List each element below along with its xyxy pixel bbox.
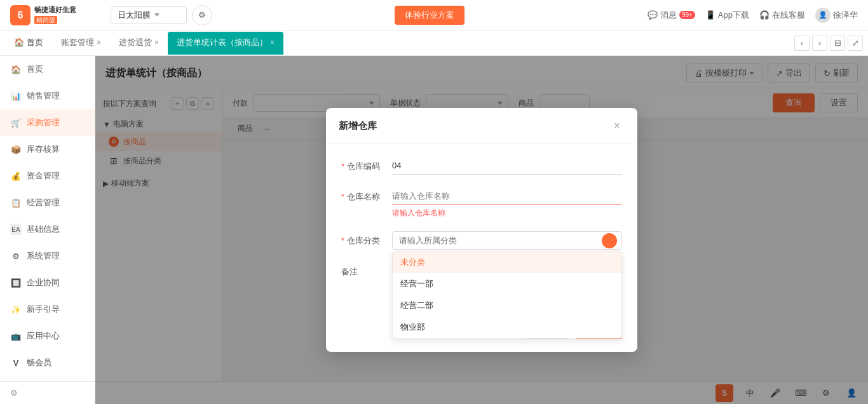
name-input[interactable]: [392, 187, 622, 205]
basic-info-icon: EA: [10, 224, 22, 235]
enterprise-icon: 🔲: [10, 277, 22, 288]
sidebar-item-operation[interactable]: 📋 经营管理: [0, 189, 95, 216]
modal-body: * 仓库编码 * 仓库名称: [326, 144, 637, 310]
sidebar-item-guide[interactable]: ✨ 新手引导: [0, 296, 95, 323]
name-error-msg: 请输入仓库名称: [392, 208, 622, 219]
tab-fullscreen-button[interactable]: ⤢: [848, 36, 863, 51]
modal-close-button[interactable]: ×: [609, 118, 625, 133]
sidebar: 🏠 首页 📊 销售管理 🛒 采购管理 📦 库存核算 💰 资金管理 📋 经营管理 …: [0, 56, 95, 404]
dropdown-item-dept2[interactable]: 经营二部: [393, 295, 621, 316]
tab-bar: 🏠 首页 账套管理 × 进货退货 × 进货单统计表（按商品） × ‹ › ⊟ ⤢: [0, 30, 868, 56]
sidebar-item-finance[interactable]: 💰 资金管理: [0, 163, 95, 189]
sales-icon: 📊: [10, 90, 22, 102]
code-input[interactable]: [392, 157, 622, 175]
dropdown-item-dept1[interactable]: 经营一部: [393, 273, 621, 295]
category-select-wrap: 未分类 经营一部 经营二部 物业部: [392, 231, 622, 250]
tab-menu-button[interactable]: ⊟: [830, 36, 845, 51]
modal-new-warehouse: 新增仓库 × * 仓库编码: [326, 108, 637, 352]
tab-home[interactable]: 🏠 首页: [5, 32, 52, 55]
category-label: * 仓库分类: [341, 231, 392, 246]
name-label: * 仓库名称: [341, 187, 392, 203]
form-row-code: * 仓库编码: [341, 157, 622, 175]
operation-icon: 📋: [10, 197, 22, 208]
sidebar-item-system[interactable]: ⚙ 系统管理: [0, 243, 95, 269]
sidebar-item-purchase[interactable]: 🛒 采购管理: [0, 109, 95, 136]
code-label: * 仓库编码: [341, 157, 392, 172]
tab-accounts[interactable]: 账套管理 ×: [52, 32, 110, 55]
form-row-category: * 仓库分类 未分类 经营一部 经营二部: [341, 231, 622, 250]
membership-icon: V: [10, 357, 22, 368]
content-area: 进货单统计（按商品） 🖨 按模板打印 ↗ 导出 ↻ 刷新: [95, 56, 868, 404]
sidebar-bottom: ⚙: [0, 381, 95, 404]
dropdown-item-uncategorized[interactable]: 未分类: [393, 252, 621, 273]
app-center-icon: 📺: [10, 330, 22, 342]
logo-icon: 6: [10, 5, 31, 25]
phone-icon: 📱: [705, 10, 715, 20]
tab-accounts-close-icon[interactable]: ×: [97, 38, 101, 47]
modal-title: 新增仓库: [339, 120, 377, 132]
guide-icon: ✨: [10, 304, 22, 315]
sidebar-settings-item[interactable]: ⚙: [0, 382, 95, 404]
remark-label: 备注: [341, 262, 392, 278]
form-row-name: * 仓库名称 请输入仓库名称: [341, 187, 622, 219]
store-chevron-icon: [154, 13, 159, 17]
header-right: 💬 消息 99+ 📱 App下载 🎧 在线客服 👤 徐泽华: [648, 8, 858, 23]
headphone-icon: 🎧: [759, 10, 770, 20]
sidebar-item-inventory[interactable]: 📦 库存核算: [0, 136, 95, 163]
sidebar-item-home[interactable]: 🏠 首页: [0, 56, 95, 83]
settings-icon[interactable]: ⚙: [192, 5, 212, 25]
tab-purchase-return-close-icon[interactable]: ×: [154, 38, 159, 47]
tab-next-button[interactable]: ›: [812, 36, 827, 51]
sidebar-item-app-center[interactable]: 📺 应用中心: [0, 323, 95, 349]
inventory-icon: 📦: [10, 144, 22, 155]
tab-prev-button[interactable]: ‹: [794, 36, 810, 51]
tab-controls: ‹ › ⊟ ⤢: [794, 36, 863, 51]
message-icon: 💬: [648, 10, 658, 20]
modal-overlay: 新增仓库 × * 仓库编码: [95, 56, 868, 404]
sidebar-item-enterprise[interactable]: 🔲 企业协同: [0, 269, 95, 296]
main-layout: 🏠 首页 📊 销售管理 🛒 采购管理 📦 库存核算 💰 资金管理 📋 经营管理 …: [0, 56, 868, 404]
modal-header: 新增仓库 ×: [326, 108, 637, 144]
category-dropdown: 未分类 经营一部 经营二部 物业部: [392, 251, 622, 339]
category-arrow-icon[interactable]: [602, 233, 617, 248]
tab-purchase-stats-close-icon[interactable]: ×: [270, 38, 275, 47]
message-icon-group[interactable]: 💬 消息 99+: [648, 10, 695, 21]
name-input-wrap: 请输入仓库名称: [392, 187, 622, 219]
store-selector[interactable]: 日太阳膜: [111, 6, 187, 24]
logo-area: 6 畅捷通好生意 精简版: [10, 5, 105, 25]
app-download-group[interactable]: 📱 App下载: [705, 10, 749, 21]
system-icon: ⚙: [10, 250, 22, 262]
user-area[interactable]: 👤 徐泽华: [815, 8, 858, 23]
tab-purchase-stats[interactable]: 进货单统计表（按商品） ×: [168, 32, 283, 55]
dropdown-item-property[interactable]: 物业部: [393, 316, 621, 338]
category-input[interactable]: [392, 231, 622, 250]
finance-icon: 💰: [10, 170, 22, 182]
avatar: 👤: [815, 8, 831, 23]
logo-text: 畅捷通好生意 精简版: [34, 5, 76, 25]
trial-button[interactable]: 体验行业方案: [395, 6, 465, 25]
tab-purchase-return[interactable]: 进货退货 ×: [110, 32, 168, 55]
online-service-group[interactable]: 🎧 在线客服: [759, 10, 805, 21]
home-icon: 🏠: [14, 37, 24, 47]
header-center: 体验行业方案: [212, 6, 648, 25]
sidebar-settings-icon: ⚙: [10, 388, 18, 398]
top-header: 6 畅捷通好生意 精简版 日太阳膜 ⚙ 体验行业方案 💬 消息 99+ 📱 Ap…: [0, 0, 868, 30]
code-input-wrap: [392, 157, 622, 175]
sidebar-item-membership[interactable]: V 畅会员: [0, 349, 95, 376]
sidebar-item-sales[interactable]: 📊 销售管理: [0, 83, 95, 109]
home-sidebar-icon: 🏠: [10, 64, 22, 75]
sidebar-item-basic-info[interactable]: EA 基础信息: [0, 216, 95, 243]
purchase-icon: 🛒: [10, 117, 22, 128]
